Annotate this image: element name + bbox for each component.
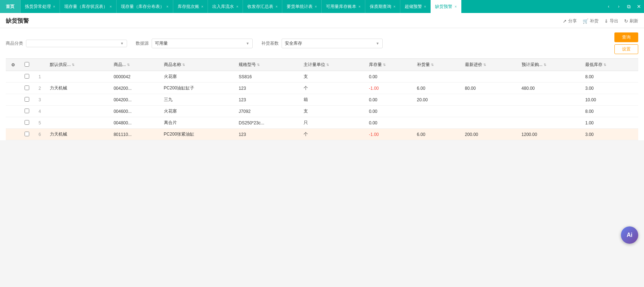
tab-close-short[interactable]: × — [454, 5, 457, 9]
row-est-purchase-1: 480.00 — [518, 83, 582, 94]
tab-close-collect[interactable]: × — [275, 5, 278, 9]
tab-close-stat[interactable]: × — [315, 5, 317, 9]
col-name-label: 商品名称 — [164, 62, 181, 68]
row-checkbox-4[interactable] — [25, 120, 29, 125]
row-sku-5: 801110... — [110, 129, 160, 140]
tab-collect[interactable]: 收发存汇总表× — [243, 0, 282, 13]
row-num-5: 6 — [33, 129, 46, 140]
row-min-stock-4: 1.00 — [582, 117, 638, 129]
col-supplier-header[interactable]: 默认供应... ⇅ — [46, 59, 110, 71]
tab-close-avail[interactable]: × — [358, 5, 361, 9]
settings-button[interactable]: 设置 — [614, 44, 638, 54]
export-icon: ⇓ — [604, 18, 608, 24]
refresh-button[interactable]: ↻ 刷新 — [624, 18, 638, 24]
row-spec-2: 123 — [235, 94, 300, 106]
select-all-checkbox[interactable] — [25, 62, 29, 67]
tab-close-over[interactable]: × — [424, 5, 426, 9]
tab-expire[interactable]: 保质期查询× — [365, 0, 400, 13]
tab-inv1[interactable]: 现存量（库存状况表）× — [60, 0, 117, 13]
name-sort-icon: ⇅ — [182, 63, 185, 67]
nav-next-button[interactable]: › — [614, 0, 624, 13]
col-name-header[interactable]: 商品名称 ⇅ — [160, 59, 235, 71]
row-est-purchase-4 — [518, 117, 582, 129]
tab-short[interactable]: 缺货预警× — [431, 0, 461, 13]
tab-batch[interactable]: 库存批次账× — [173, 0, 208, 13]
tab-home[interactable]: 首页 — [0, 0, 21, 13]
replenish-dropdown-icon: ▼ — [376, 41, 379, 45]
share-label: 分享 — [568, 18, 577, 24]
close-window-button[interactable]: ✕ — [634, 0, 644, 13]
filter-bar: 商品分类 ▼ 数据源 可用量 ▼ 补货基数 安全库存 ▼ 查询 设置 — [0, 28, 644, 58]
col-select-all-header[interactable] — [20, 59, 33, 71]
col-sku-header[interactable]: 商品... ⇅ — [110, 59, 160, 71]
row-name-1: PC200油缸缸子 — [160, 83, 235, 94]
tab-close-expire[interactable]: × — [393, 5, 396, 9]
col-stock-header[interactable]: 库存量 ⇅ — [365, 59, 413, 71]
tab-defect1[interactable]: 拣货异常处理× — [21, 0, 60, 13]
col-est-purchase-header[interactable]: 预计采购... ⇅ — [518, 59, 582, 71]
tab-close-inv1[interactable]: × — [110, 5, 112, 9]
row-checkbox-0[interactable] — [25, 74, 29, 79]
data-table: ⚙ 默认供应... ⇅ 商品.. — [6, 58, 638, 140]
query-button[interactable]: 查询 — [614, 32, 638, 42]
row-checkbox-2[interactable] — [25, 97, 29, 102]
tab-over[interactable]: 超储预警× — [400, 0, 431, 13]
spec-sort-icon: ⇅ — [257, 63, 260, 67]
tab-avail[interactable]: 可用量库存账本× — [322, 0, 365, 13]
row-sku-1: 004200... — [110, 83, 160, 94]
col-replenish-label: 补货量 — [417, 62, 430, 68]
share-button[interactable]: ➚ 分享 — [563, 18, 577, 24]
row-spec-4: DS250*23c... — [235, 117, 300, 129]
tab-close-batch[interactable]: × — [201, 5, 204, 9]
row-replenish-5: 6.00 — [413, 129, 461, 140]
col-replenish-header[interactable]: 补货量 ⇅ — [413, 59, 461, 71]
row-supplier-0 — [46, 71, 110, 83]
row-name-4: 离合片 — [160, 117, 235, 129]
row-stock-2: 0.00 — [365, 94, 413, 106]
restore-window-button[interactable]: ⧉ — [624, 0, 634, 13]
tab-close-defect1[interactable]: × — [53, 5, 55, 9]
sku-sort-icon: ⇅ — [127, 63, 130, 67]
tab-close-flow[interactable]: × — [236, 5, 238, 9]
col-unit-header[interactable]: 主计量单位 ⇅ — [300, 59, 365, 71]
nav-prev-button[interactable]: ‹ — [604, 0, 614, 13]
row-checkbox-3[interactable] — [25, 109, 29, 113]
tab-flow[interactable]: 出入库流水× — [208, 0, 243, 13]
export-button[interactable]: ⇓ 导出 — [604, 18, 618, 24]
row-min-stock-3: 8.00 — [582, 106, 638, 117]
row-gear-1 — [6, 83, 20, 94]
replenish-sort-icon: ⇅ — [431, 63, 434, 67]
row-checkbox-cell-2[interactable] — [20, 94, 33, 106]
col-sku-label: 商品... — [114, 62, 126, 68]
replenish-select[interactable]: 安全库存 ▼ — [282, 39, 383, 48]
row-checkbox-cell-4[interactable] — [20, 117, 33, 129]
row-checkbox-cell-0[interactable] — [20, 71, 33, 83]
nav-arrows: ‹ › — [604, 0, 624, 13]
row-checkbox-cell-1[interactable] — [20, 83, 33, 94]
row-sku-3: 004600... — [110, 106, 160, 117]
row-replenish-0 — [413, 71, 461, 83]
row-num-4: 5 — [33, 117, 46, 129]
table-header-row: ⚙ 默认供应... ⇅ 商品.. — [6, 59, 638, 71]
row-checkbox-5[interactable] — [25, 132, 29, 136]
row-stock-4: 0.00 — [365, 117, 413, 129]
col-latest-price-header[interactable]: 最新进价 ⇅ — [461, 59, 518, 71]
table-row: 2 力天机械 004200... PC200油缸缸子 123 个 -1.00 6… — [6, 83, 638, 94]
row-num-0: 1 — [33, 71, 46, 83]
row-sku-0: 0000042 — [110, 71, 160, 83]
row-checkbox-1[interactable] — [25, 85, 29, 90]
row-min-stock-0: 8.00 — [582, 71, 638, 83]
col-spec-header[interactable]: 规格型号 ⇅ — [235, 59, 300, 71]
col-gear-header[interactable]: ⚙ — [6, 59, 20, 71]
datasource-select[interactable]: 可用量 ▼ — [152, 39, 253, 48]
replenish-button[interactable]: 🛒 补货 — [583, 18, 599, 24]
row-checkbox-cell-5[interactable] — [20, 129, 33, 140]
tab-close-inv2[interactable]: × — [166, 5, 169, 9]
row-gear-4 — [6, 117, 20, 129]
col-supplier-label: 默认供应... — [50, 62, 71, 68]
col-min-stock-header[interactable]: 最低库存 ⇅ — [582, 59, 638, 71]
tab-stat[interactable]: 要货单统计表× — [282, 0, 322, 13]
row-checkbox-cell-3[interactable] — [20, 106, 33, 117]
category-select[interactable]: ▼ — [26, 40, 127, 47]
tab-inv2[interactable]: 现存量（库存分布表）× — [117, 0, 173, 13]
